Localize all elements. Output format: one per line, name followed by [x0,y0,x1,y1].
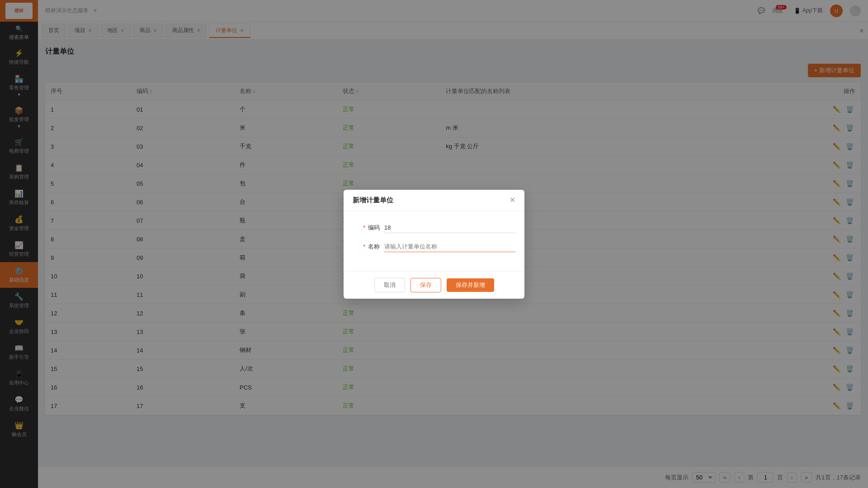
name-input[interactable] [384,241,515,252]
modal-close-button[interactable]: ✕ [509,197,515,204]
modal-overlay: 新增计量单位 ✕ * 编码 * 名称 取消 保存 保存并新增 [0,0,868,488]
name-field-row: * 名称 [353,241,515,252]
required-indicator: * [363,243,365,250]
modal-header: 新增计量单位 ✕ [344,190,524,211]
code-label: * 编码 [353,224,380,232]
required-indicator: * [363,224,365,231]
save-button[interactable]: 保存 [410,278,441,292]
modal-footer: 取消 保存 保存并新增 [344,271,524,299]
name-label: * 名称 [353,243,380,251]
add-unit-modal: 新增计量单位 ✕ * 编码 * 名称 取消 保存 保存并新增 [344,190,524,299]
modal-body: * 编码 * 名称 [344,211,524,271]
code-field-row: * 编码 [353,222,515,233]
cancel-button[interactable]: 取消 [374,278,405,292]
code-input[interactable] [384,222,515,233]
modal-title: 新增计量单位 [353,196,393,205]
save-continue-button[interactable]: 保存并新增 [447,278,494,292]
